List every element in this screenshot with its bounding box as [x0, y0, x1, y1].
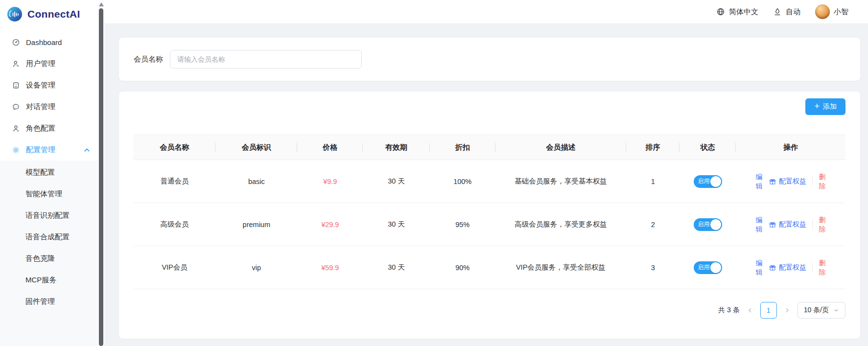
action-divider: [812, 263, 813, 273]
plus-icon: +: [814, 102, 820, 111]
gear-icon: [12, 146, 20, 154]
brand-logo[interactable]: ConnectAI: [0, 0, 98, 25]
configure-benefits-button[interactable]: 配置权益: [769, 263, 806, 272]
chevron-up-icon: [83, 146, 91, 154]
status-label: 启用: [698, 177, 710, 185]
column-header: 操作: [736, 143, 845, 152]
row-actions: 编辑 配置权益 删除: [736, 215, 845, 234]
edit-button[interactable]: 编辑: [755, 258, 763, 277]
member-description: 基础会员服务，享受基本权益: [495, 177, 627, 186]
toggle-knob: [710, 262, 721, 273]
pagination: 共 3 条 1 10 条/页: [134, 302, 845, 319]
member-table: 会员名称 会员标识 价格 有效期 折扣 会员描述 排序 状态 操作 普通会员 b…: [134, 135, 845, 289]
table-row: 普通会员 basic ¥9.9 30 天 100% 基础会员服务，享受基本权益 …: [134, 160, 845, 203]
column-header: 有效期: [363, 143, 430, 152]
sidebar-subitem-mcp-service[interactable]: MCP服务: [0, 269, 98, 291]
language-switcher[interactable]: 简体中文: [716, 7, 758, 17]
scrollbar-up-arrow[interactable]: [99, 2, 104, 6]
user-menu[interactable]: 小智: [815, 4, 848, 19]
edit-button[interactable]: 编辑: [755, 172, 763, 191]
member-duration: 30 天: [363, 177, 430, 186]
gift-icon: [769, 221, 776, 229]
status-toggle[interactable]: 启用: [694, 175, 722, 188]
sidebar-item-role-config[interactable]: 角色配置: [0, 117, 98, 139]
page-number-button[interactable]: 1: [760, 302, 777, 319]
sidebar-subitem-label: MCP服务: [25, 276, 56, 285]
users-icon: [12, 60, 20, 68]
sidebar-item-label: Dashboard: [26, 38, 62, 46]
vertical-scrollbar[interactable]: [98, 0, 104, 346]
sidebar-subitem-asr-config[interactable]: 语音识别配置: [0, 205, 98, 226]
globe-icon: [716, 7, 725, 16]
sidebar-item-dashboard[interactable]: Dashboard: [0, 31, 98, 53]
member-table-panel: + 添加 会员名称 会员标识 价格 有效期 折扣 会员描述 排序 状态 操作: [119, 92, 860, 339]
chevron-down-icon: [833, 307, 839, 313]
member-sort: 2: [626, 221, 680, 229]
sidebar-menu: Dashboard 用户管理: [0, 25, 98, 161]
device-icon: [12, 81, 20, 90]
sidebar-subitem-label: 固件管理: [25, 297, 55, 306]
sidebar-item-device-management[interactable]: 设备管理: [0, 74, 98, 96]
configure-benefits-button[interactable]: 配置权益: [769, 220, 806, 229]
search-panel: 会员名称: [119, 38, 860, 81]
member-name-input[interactable]: [170, 50, 362, 69]
username-label: 小智: [834, 7, 848, 17]
configure-benefits-button[interactable]: 配置权益: [769, 177, 806, 186]
edit-button[interactable]: 编辑: [755, 215, 763, 234]
page-size-value: 10 条/页: [804, 306, 829, 315]
topbar: 简体中文 自动 小智: [104, 0, 868, 24]
table-toolbar: + 添加: [134, 98, 845, 115]
page-size-select[interactable]: 10 条/页: [798, 302, 845, 319]
sidebar: ConnectAI Dashboard 用户管理: [0, 0, 98, 346]
configure-benefits-label: 配置权益: [779, 263, 806, 272]
table-header-row: 会员名称 会员标识 价格 有效期 折扣 会员描述 排序 状态 操作: [134, 135, 845, 160]
sidebar-subitem-voice-clone[interactable]: 音色克隆: [0, 248, 98, 269]
member-name: 高级会员: [134, 220, 215, 229]
action-divider: [812, 177, 813, 186]
gift-icon: [769, 178, 776, 185]
sidebar-subitem-label: 语音识别配置: [25, 211, 70, 220]
member-name: VIP会员: [134, 263, 215, 272]
sidebar-subitem-firmware-management[interactable]: 固件管理: [0, 291, 98, 312]
configure-benefits-label: 配置权益: [779, 220, 806, 229]
delete-button[interactable]: 删除: [819, 258, 826, 277]
main-column: 简体中文 自动 小智 会员名称: [104, 0, 868, 346]
sidebar-subitem-tts-config[interactable]: 语音合成配置: [0, 226, 98, 248]
sidebar-subitem-label: 音色克隆: [25, 254, 55, 263]
status-toggle[interactable]: 启用: [694, 261, 722, 274]
action-divider: [812, 220, 813, 230]
theme-auto-icon: [773, 7, 782, 16]
sidebar-subitem-agent-management[interactable]: 智能体管理: [0, 183, 98, 205]
column-header: 会员标识: [215, 143, 297, 152]
sidebar-item-config-management[interactable]: 配置管理: [0, 139, 98, 161]
sidebar-subitem-label: 智能体管理: [25, 189, 62, 199]
next-page-button[interactable]: [784, 307, 791, 314]
member-price: ¥59.9: [297, 264, 363, 272]
status-label: 启用: [698, 220, 710, 229]
sidebar-subitem-label: 语音合成配置: [25, 232, 70, 242]
member-duration: 30 天: [363, 220, 430, 229]
theme-label: 自动: [786, 7, 800, 17]
sidebar-item-label: 配置管理: [26, 145, 55, 155]
prev-page-button[interactable]: [747, 307, 753, 314]
sidebar-subitem-model-config[interactable]: 模型配置: [0, 161, 98, 183]
member-price: ¥9.9: [297, 178, 363, 185]
column-header: 会员名称: [134, 143, 215, 152]
app-window: ConnectAI Dashboard 用户管理: [0, 0, 868, 346]
sidebar-submenu: 模型配置 智能体管理 语音识别配置 语音合成配置 音色克隆 MCP服务 固件管理: [0, 161, 98, 346]
status-toggle[interactable]: 启用: [694, 218, 722, 231]
member-sort: 3: [626, 264, 680, 272]
role-icon: [12, 124, 20, 133]
sidebar-item-user-management[interactable]: 用户管理: [0, 53, 98, 74]
theme-switcher[interactable]: 自动: [773, 7, 800, 17]
add-button[interactable]: + 添加: [805, 98, 845, 115]
toggle-knob: [710, 176, 721, 187]
member-discount: 95%: [430, 221, 495, 229]
row-actions: 编辑 配置权益 删除: [736, 258, 845, 277]
chat-icon: [12, 103, 20, 111]
gauge-icon: [12, 38, 20, 46]
delete-button[interactable]: 删除: [819, 215, 826, 234]
sidebar-item-conversation-management[interactable]: 对话管理: [0, 96, 98, 117]
delete-button[interactable]: 删除: [819, 172, 826, 191]
scrollbar-thumb[interactable]: [99, 8, 103, 346]
